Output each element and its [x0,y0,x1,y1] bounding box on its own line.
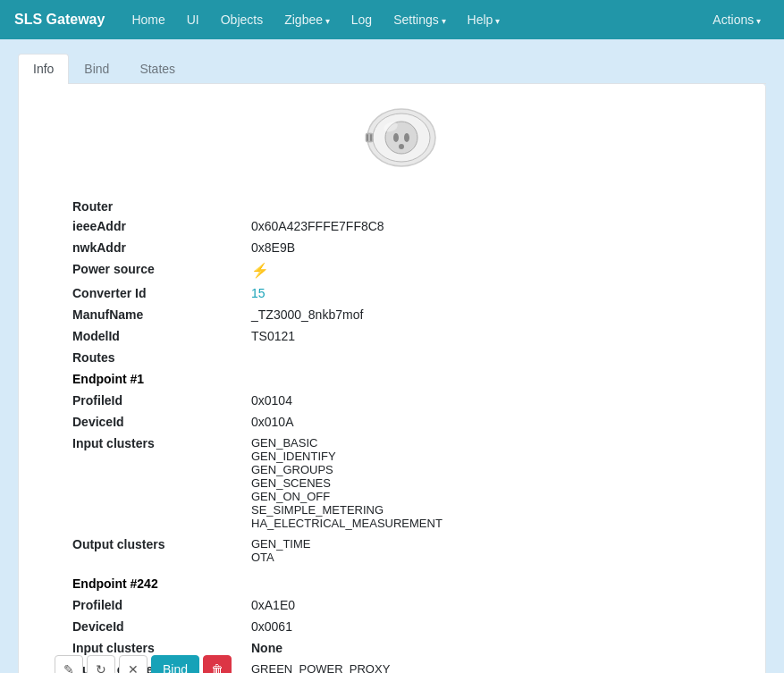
endpoint1-header-row: Endpoint #1 [72,368,729,390]
field-nwkaddr-value: 0x8E9B [251,240,295,255]
navbar: SLS Gateway Home UI Objects Zigbee Log S… [0,0,784,39]
tab-info[interactable]: Info [18,54,69,84]
nav-ui[interactable]: UI [178,7,208,32]
ep1-deviceid-label: DeviceId [72,415,251,429]
endpoint1-header: Endpoint #1 [72,372,144,386]
ep242-outputclusters-list: GREEN_POWER_PROXY [251,662,390,673]
ep1-outcluster-1: OTA [251,551,310,564]
field-manufname-label: ManufName [72,307,251,322]
ep1-cluster-5: SE_SIMPLE_METERING [251,503,443,517]
nav-log[interactable]: Log [342,7,381,32]
svg-point-4 [404,133,409,142]
ep1-outputclusters-label: Output clusters [72,537,251,551]
svg-rect-8 [370,134,372,141]
field-converterid-label: Converter Id [72,286,251,300]
nav-objects[interactable]: Objects [212,7,272,32]
ep1-profileid-row: ProfileId 0x0104 [72,390,729,411]
delete-x-button[interactable]: ✕ [119,655,148,673]
ep242-deviceid-row: DeviceId 0x0061 [72,616,729,637]
brand-logo[interactable]: SLS Gateway [14,12,105,28]
ep1-inputclusters-label: Input clusters [72,436,251,450]
nav-zigbee[interactable]: Zigbee [275,7,339,32]
bind-button[interactable]: Bind [151,655,199,673]
ep242-profileid-value: 0xA1E0 [251,598,295,612]
ep242-inputclusters-label: Input clusters [72,641,251,655]
trash-icon: 🗑 [211,662,223,673]
field-powersource-value: ⚡ [251,262,269,279]
ep1-inputclusters-row: Input clusters GEN_BASIC GEN_IDENTIFY GE… [72,433,729,534]
svg-rect-7 [367,134,368,141]
device-svg [357,102,446,173]
field-ieeeaddr-value: 0x60A423FFFE7FF8C8 [251,219,384,233]
ep1-outcluster-0: GEN_TIME [251,537,310,551]
endpoint242-header-row: Endpoint #242 [72,573,729,594]
tabs: Info Bind States [18,54,766,84]
ep1-outputclusters-row: Output clusters GEN_TIME OTA [72,534,729,568]
field-modelid: ModelId TS0121 [72,325,729,347]
field-nwkaddr: nwkAddr 0x8E9B [72,237,729,258]
tab-states[interactable]: States [124,54,190,83]
ep242-deviceid-value: 0x0061 [251,619,292,634]
field-manufname: ManufName _TZ3000_8nkb7mof [72,304,729,325]
field-converterid-value[interactable]: 15 [251,286,266,300]
ep1-cluster-1: GEN_IDENTIFY [251,450,443,463]
ep1-inputclusters-list: GEN_BASIC GEN_IDENTIFY GEN_GROUPS GEN_SC… [251,436,443,530]
field-nwkaddr-label: nwkAddr [72,240,251,255]
ep242-profileid-label: ProfileId [72,598,251,612]
ep242-deviceid-label: DeviceId [72,619,251,634]
device-image [72,102,729,176]
nav-settings[interactable]: Settings [384,7,454,32]
ep242-inputclusters-none: None [251,641,282,655]
action-bar: ✎ ↻ ✕ Bind 🗑 [55,655,232,673]
field-powersource: Power source ⚡ [72,258,729,282]
refresh-button[interactable]: ↻ [87,655,115,673]
svg-point-3 [393,133,399,142]
tab-bind[interactable]: Bind [69,54,124,83]
endpoint242-header: Endpoint #242 [72,576,158,591]
trash-button[interactable]: 🗑 [203,655,232,673]
field-manufname-value: _TZ3000_8nkb7mof [251,307,363,322]
nav-help[interactable]: Help [459,7,510,32]
field-converterid: Converter Id 15 [72,282,729,304]
edit-button[interactable]: ✎ [55,655,83,673]
field-ieeeaddr-label: ieeeAddr [72,219,251,233]
ep1-cluster-3: GEN_SCENES [251,476,443,490]
nav-home[interactable]: Home [122,7,173,32]
svg-point-5 [399,144,404,149]
ep1-profileid-label: ProfileId [72,393,251,408]
info-card: Router ieeeAddr 0x60A423FFFE7FF8C8 nwkAd… [18,84,766,673]
field-modelid-label: ModelId [72,329,251,343]
ep1-deviceid-value: 0x010A [251,415,293,429]
ep1-deviceid-row: DeviceId 0x010A [72,411,729,433]
ep1-outputclusters-list: GEN_TIME OTA [251,537,310,564]
device-type: Router [72,194,729,215]
actions-dropdown[interactable]: Actions [704,7,770,32]
field-modelid-value: TS0121 [251,329,295,343]
field-routes: Routes [72,347,729,368]
ep242-profileid-row: ProfileId 0xA1E0 [72,594,729,616]
ep1-cluster-6: HA_ELECTRICAL_MEASUREMENT [251,517,443,530]
nav-menu: Home UI Objects Zigbee Log Settings Help [122,7,704,32]
field-routes-label: Routes [72,350,251,365]
ep1-cluster-4: GEN_ON_OFF [251,490,443,503]
content-area: Info Bind States [0,39,784,673]
ep242-outcluster-0: GREEN_POWER_PROXY [251,662,390,673]
field-ieeeaddr: ieeeAddr 0x60A423FFFE7FF8C8 [72,215,729,237]
ep1-profileid-value: 0x0104 [251,393,292,408]
ep1-cluster-2: GEN_GROUPS [251,463,443,476]
ep1-cluster-0: GEN_BASIC [251,436,443,450]
field-powersource-label: Power source [72,262,251,276]
navbar-right: Actions [704,13,770,27]
info-table: ieeeAddr 0x60A423FFFE7FF8C8 nwkAddr 0x8E… [72,215,729,673]
